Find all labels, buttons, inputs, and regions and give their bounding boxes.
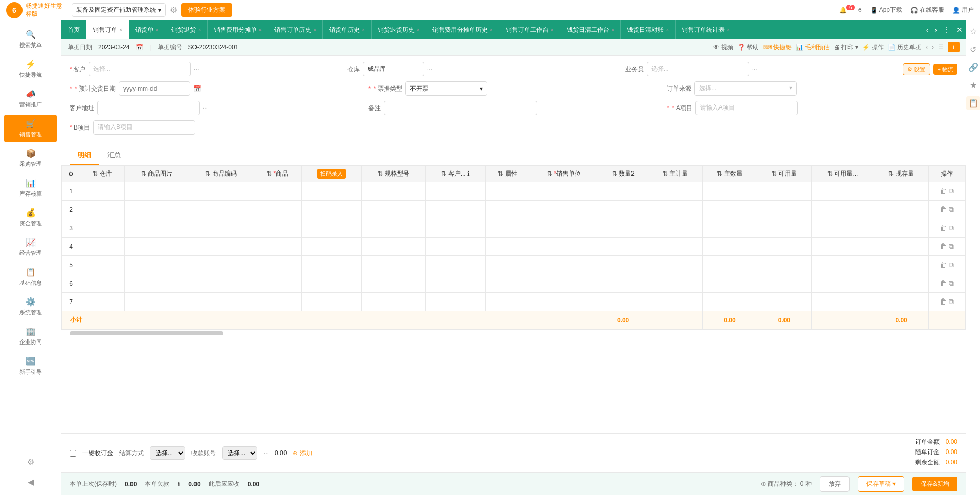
tab-sales-order-history[interactable]: 销售订单历史 × — [268, 20, 323, 39]
close-icon[interactable]: × — [612, 27, 615, 33]
right-panel-icon-5[interactable]: 📋 — [966, 96, 981, 110]
close-icon[interactable]: × — [119, 27, 122, 33]
delete-icon[interactable]: 🗑 — [940, 242, 947, 251]
new-form-btn[interactable]: + — [948, 42, 960, 52]
salesman-more-icon[interactable]: ··· — [752, 66, 757, 73]
tab-sales-expense-history[interactable]: 销售费用分摊单历史 × — [426, 20, 499, 39]
tab-cash-daily-workbench[interactable]: 钱货日清工作台 × — [560, 20, 621, 39]
system-name[interactable]: 装备及固定资产辅助管理系统 ▾ — [72, 3, 166, 17]
salesman-input[interactable]: 选择... — [647, 62, 749, 76]
settings-btn[interactable]: ⚙ 设置 — [903, 63, 930, 75]
sidebar-item-finance[interactable]: 💰 资金管理 — [4, 204, 57, 231]
customer-input[interactable]: 选择... — [89, 62, 191, 76]
tab-summary[interactable]: 汇总 — [99, 146, 129, 165]
tab-sales-expense-split[interactable]: 销售费用分摊单 × — [208, 20, 269, 39]
nav-prev-arrow[interactable]: ‹ — [923, 26, 932, 34]
tab-sales-stats[interactable]: 销售订单统计表 × — [676, 20, 736, 39]
delete-icon[interactable]: 🗑 — [940, 279, 947, 288]
tab-sales-bill[interactable]: 销货单 × — [129, 20, 165, 39]
sidebar-item-purchase[interactable]: 📦 采购管理 — [4, 144, 57, 172]
a-project-input[interactable]: 请输入A项目 — [695, 101, 798, 115]
preview-btn[interactable]: 👁 视频 — [713, 43, 733, 52]
account-select[interactable]: 选择... — [222, 446, 257, 460]
addr-more-icon[interactable]: ··· — [203, 104, 208, 112]
close-icon[interactable]: × — [198, 27, 201, 33]
customer-more-icon[interactable]: ··· — [194, 66, 199, 73]
invoice-type-input[interactable]: 不开票 ▾ — [405, 81, 487, 96]
tab-sales-order[interactable]: 销售订单 × — [86, 20, 129, 39]
delete-icon[interactable]: 🗑 — [940, 261, 947, 269]
right-panel-icon-2[interactable]: ↺ — [968, 42, 978, 56]
close-icon[interactable]: × — [727, 27, 730, 33]
app-download-btn[interactable]: 📱 App下载 — [870, 6, 902, 14]
delete-icon[interactable]: 🗑 — [940, 224, 947, 232]
right-panel-icon-4[interactable]: ★ — [968, 78, 979, 92]
tab-sales-order-workbench[interactable]: 销售订单工作台 × — [499, 20, 560, 39]
copy-icon[interactable]: ⧉ — [949, 297, 954, 306]
tab-cash-daily-reconcile[interactable]: 钱货日清对账 × — [621, 20, 676, 39]
abandon-button[interactable]: 放弃 — [820, 476, 850, 492]
dots-icon[interactable]: ··· — [264, 449, 269, 457]
sidebar-item-nav[interactable]: ⚡ 快捷导航 — [4, 55, 57, 83]
nav-next-btn[interactable]: › — [932, 44, 934, 51]
sidebar-item-marketing[interactable]: 📣 营销推广 — [4, 85, 57, 113]
close-icon[interactable]: × — [490, 27, 493, 33]
close-icon[interactable]: × — [313, 27, 316, 33]
list-view-btn[interactable]: ☰ — [938, 44, 944, 51]
copy-icon[interactable]: ⧉ — [949, 205, 954, 214]
customer-addr-input[interactable] — [97, 101, 200, 115]
settlement-select[interactable]: 选择... — [150, 446, 185, 460]
operations-btn[interactable]: ⚡ 操作 — [862, 43, 884, 52]
scan-button[interactable]: 扫码录入 — [317, 169, 346, 179]
one-click-checkbox[interactable] — [70, 450, 76, 457]
nav-prev-btn[interactable]: ‹ — [926, 44, 928, 51]
nav-next-arrow[interactable]: › — [931, 26, 940, 34]
close-icon[interactable]: × — [551, 27, 554, 33]
close-icon[interactable]: × — [156, 27, 159, 33]
user-avatar[interactable]: 👤 用户 — [952, 6, 974, 14]
copy-icon[interactable]: ⧉ — [949, 187, 954, 196]
sidebar-collapse-btn[interactable]: ◀ — [0, 473, 61, 491]
close-icon[interactable]: × — [362, 27, 365, 33]
sidebar-item-baseinfo[interactable]: 📋 基础信息 — [4, 263, 57, 291]
th-gear[interactable]: ⚙ — [62, 166, 80, 182]
sidebar-item-sales[interactable]: 🛒 销售管理 — [4, 115, 57, 142]
calendar-icon[interactable]: 📅 — [193, 85, 201, 92]
copy-icon[interactable]: ⧉ — [949, 242, 954, 251]
sidebar-item-operations[interactable]: 📈 经营管理 — [4, 233, 57, 261]
tab-home[interactable]: 首页 — [61, 20, 86, 39]
industry-solution-button[interactable]: 体验行业方案 — [181, 3, 232, 17]
print-btn[interactable]: 🖨 打印 ▾ — [834, 43, 858, 52]
settings-icon[interactable]: ⚙ — [170, 5, 177, 15]
save-draft-button[interactable]: 保存草稿 ▾ — [858, 476, 904, 492]
th-scan[interactable]: 扫码录入 — [301, 166, 361, 182]
order-source-input[interactable]: 选择... ▾ — [694, 81, 797, 96]
tab-sales-return[interactable]: 销货退货 × — [165, 20, 208, 39]
close-icon[interactable]: × — [666, 27, 669, 33]
tab-detail[interactable]: 明细 — [70, 146, 99, 165]
delivery-date-input[interactable] — [119, 81, 190, 96]
online-service-btn[interactable]: 🎧 在线客服 — [910, 6, 944, 14]
add-material-btn[interactable]: + 物流 — [933, 64, 957, 75]
shortcut-btn[interactable]: ⌨ 快捷键 — [763, 43, 792, 52]
close-icon[interactable]: × — [417, 27, 420, 33]
help-btn[interactable]: ❓ 帮助 — [737, 43, 759, 52]
add-payment-btn[interactable]: ⊕ 添加 — [293, 449, 312, 458]
calendar-icon[interactable]: 📅 — [136, 44, 143, 51]
save-new-button[interactable]: 保存&新增 — [912, 477, 957, 491]
b-project-input[interactable]: 请输入B项目 — [93, 120, 195, 135]
delete-icon[interactable]: 🗑 — [940, 205, 947, 214]
sidebar-item-guide[interactable]: 🆕 新手引导 — [4, 352, 57, 380]
nav-more-arrow[interactable]: ⋮ — [940, 26, 953, 34]
history-bill-btn[interactable]: 📄 历史单据 — [888, 43, 922, 52]
sidebar-item-enterprise[interactable]: 🏢 企业协同 — [4, 322, 57, 350]
delete-icon[interactable]: 🗑 — [940, 187, 947, 196]
remark-input[interactable] — [384, 101, 537, 115]
tab-sales-return-history[interactable]: 销货退货历史 × — [372, 20, 426, 39]
sidebar-settings-btn[interactable]: ⚙ — [0, 453, 61, 471]
right-panel-icon-1[interactable]: ☆ — [968, 25, 979, 38]
delete-icon[interactable]: 🗑 — [940, 297, 947, 306]
profit-btn[interactable]: 📊 毛利预估 — [796, 43, 830, 52]
tab-sales-bill-history[interactable]: 销货单历史 × — [323, 20, 372, 39]
right-panel-icon-3[interactable]: 🔗 — [966, 60, 981, 74]
